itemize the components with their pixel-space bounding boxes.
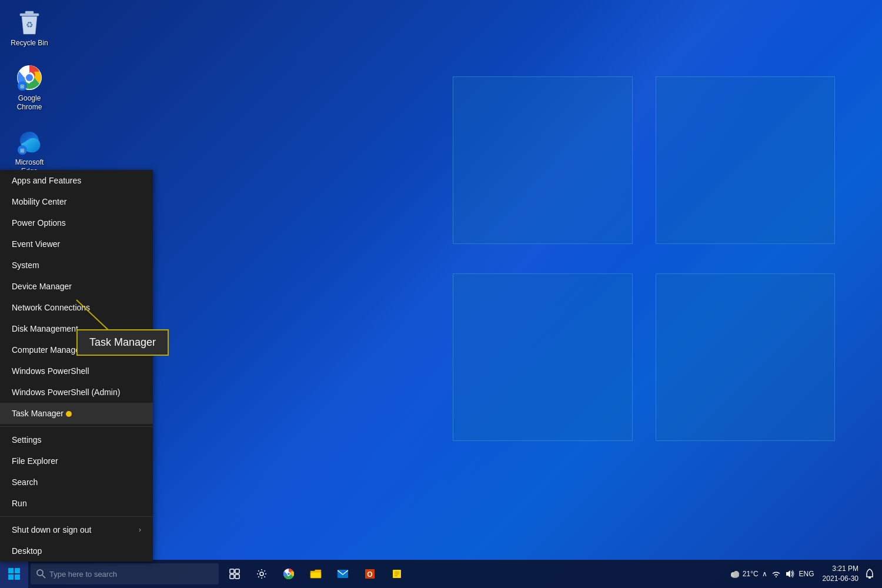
taskbar-system-tray: 21°C ∧ ENG 3:21 PM 2: [730, 560, 882, 588]
svg-rect-19: [230, 574, 234, 579]
shut-down-arrow-icon: ›: [139, 526, 141, 534]
svg-point-15: [37, 570, 43, 576]
svg-rect-20: [235, 574, 239, 579]
menu-separator-2: [0, 516, 153, 517]
svg-rect-13: [8, 574, 14, 580]
desktop-icon-area: ♻ Recycle Bin ⊞: [6, 6, 53, 178]
system-clock[interactable]: 3:21 PM 2021-06-30: [823, 564, 858, 584]
win-pane-top-right: [656, 76, 836, 244]
notification-icon: [865, 569, 874, 579]
context-menu: Apps and Features Mobility Center Power …: [0, 170, 153, 562]
svg-text:⊞: ⊞: [20, 148, 25, 153]
svg-rect-14: [15, 574, 20, 580]
menu-item-network-connections[interactable]: Network Connections: [0, 297, 153, 318]
menu-item-apps-features[interactable]: Apps and Features: [0, 170, 153, 191]
svg-text:O: O: [367, 570, 372, 579]
svg-point-5: [26, 74, 33, 81]
svg-rect-18: [235, 569, 239, 573]
svg-rect-17: [230, 569, 234, 573]
desktop: ♻ Recycle Bin ⊞: [0, 0, 882, 588]
office-icon: O: [364, 568, 376, 580]
taskbar-settings-button[interactable]: [248, 560, 275, 588]
chrome-label: Google Chrome: [8, 94, 51, 111]
taskbar-search-area[interactable]: Type here to search: [31, 563, 219, 584]
notes-icon: [392, 569, 402, 579]
menu-item-power-options[interactable]: Power Options: [0, 212, 153, 233]
temperature-label: 21°C: [743, 570, 759, 578]
win-pane-bottom-right: [656, 273, 836, 441]
menu-item-settings[interactable]: Settings: [0, 429, 153, 450]
start-button[interactable]: [0, 560, 28, 588]
recycle-bin-label: Recycle Bin: [11, 39, 48, 47]
menu-item-windows-powershell[interactable]: Windows PowerShell: [0, 360, 153, 382]
svg-rect-11: [8, 568, 14, 573]
win-pane-top-left: [453, 76, 633, 244]
clock-time: 3:21 PM: [823, 564, 858, 574]
menu-item-device-manager[interactable]: Device Manager: [0, 276, 153, 297]
mail-icon: [337, 569, 349, 579]
menu-item-event-viewer[interactable]: Event Viewer: [0, 233, 153, 255]
svg-rect-12: [15, 568, 20, 573]
svg-line-16: [42, 575, 45, 578]
svg-point-21: [260, 572, 263, 576]
taskbar-mail-button[interactable]: [329, 560, 356, 588]
taskbar-office-button[interactable]: O: [356, 560, 383, 588]
taskbar-task-view-button[interactable]: [221, 560, 248, 588]
taskbar-file-explorer-button[interactable]: [302, 560, 329, 588]
menu-separator-1: [0, 426, 153, 427]
svg-text:⊞: ⊞: [20, 83, 25, 89]
clock-date: 2021-06-30: [823, 574, 858, 584]
menu-item-task-manager[interactable]: Task Manager: [0, 403, 153, 424]
taskbar: Type here to search: [0, 560, 882, 588]
desktop-icon-chrome[interactable]: ⊞ Google Chrome: [6, 61, 53, 113]
menu-item-file-explorer[interactable]: File Explorer: [0, 450, 153, 472]
start-button-icon: [8, 568, 20, 580]
chrome-icon: ⊞: [15, 64, 44, 92]
menu-item-desktop[interactable]: Desktop: [0, 540, 153, 562]
language-label: ENG: [799, 570, 814, 578]
task-manager-tooltip: Task Manager: [76, 329, 169, 356]
desktop-icon-recycle-bin[interactable]: ♻ Recycle Bin: [6, 6, 53, 49]
menu-item-windows-powershell-admin[interactable]: Windows PowerShell (Admin): [0, 382, 153, 403]
file-explorer-icon: [310, 569, 322, 579]
svg-rect-1: [25, 11, 34, 14]
search-placeholder: Type here to search: [49, 570, 117, 579]
menu-item-system[interactable]: System: [0, 255, 153, 276]
settings-icon: [256, 569, 267, 579]
recycle-bin-icon: ♻: [15, 8, 44, 36]
task-view-icon: [229, 569, 240, 579]
svg-point-24: [288, 573, 290, 575]
weather-widget[interactable]: 21°C: [730, 569, 759, 579]
taskbar-pinned-icons: O: [221, 560, 410, 588]
taskbar-chrome-button[interactable]: [275, 560, 302, 588]
edge-icon: ⊞: [15, 128, 44, 156]
menu-item-shut-down[interactable]: Shut down or sign out ›: [0, 519, 153, 540]
svg-rect-36: [868, 577, 871, 579]
search-icon: [36, 569, 46, 579]
volume-icon: [785, 569, 796, 579]
system-tray-expand[interactable]: ∧: [762, 570, 767, 578]
svg-rect-26: [338, 570, 348, 578]
windows-logo-decoration: [453, 76, 835, 441]
svg-rect-25: [310, 572, 321, 578]
notification-button[interactable]: [862, 560, 877, 588]
menu-item-search[interactable]: Search: [0, 472, 153, 493]
svg-text:♻: ♻: [26, 20, 34, 29]
svg-point-35: [733, 571, 739, 577]
taskbar-notes-button[interactable]: [383, 560, 410, 588]
menu-item-mobility-center[interactable]: Mobility Center: [0, 191, 153, 212]
win-pane-bottom-left: [453, 273, 633, 441]
cloud-icon: [730, 569, 740, 579]
taskbar-chrome-icon: [283, 568, 295, 580]
menu-item-run[interactable]: Run: [0, 493, 153, 514]
task-manager-dot: [66, 411, 72, 417]
wifi-icon: [771, 570, 781, 578]
